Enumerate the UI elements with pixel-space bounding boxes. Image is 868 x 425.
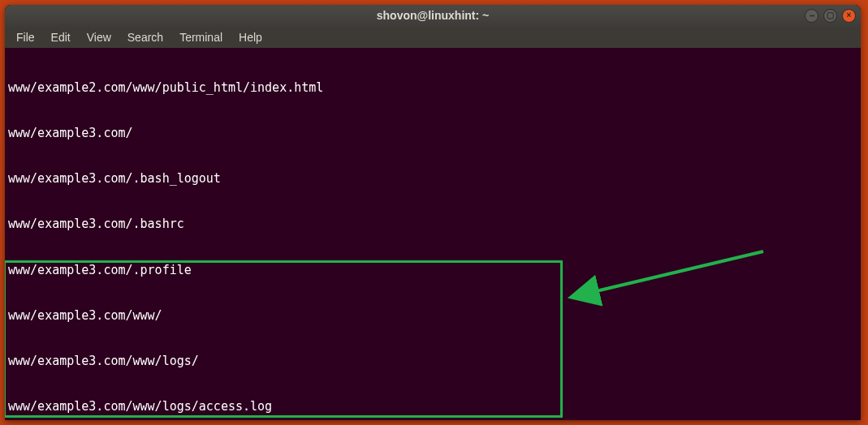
window-controls: ‒ ▢ × [805, 9, 856, 23]
menu-view[interactable]: View [80, 29, 118, 47]
menu-terminal[interactable]: Terminal [173, 29, 229, 47]
minimize-button[interactable]: ‒ [805, 9, 818, 23]
menubar: File Edit View Search Terminal Help [5, 28, 861, 48]
output-line: www/example3.com/ [8, 126, 857, 141]
output-line: www/example3.com/www/ [8, 308, 857, 324]
output-line: www/example2.com/www/public_html/index.h… [8, 80, 857, 96]
titlebar[interactable]: shovon@linuxhint: ~ ‒ ▢ × [5, 5, 861, 28]
highlight-annotation [5, 260, 563, 418]
close-button[interactable]: × [842, 9, 856, 23]
maximize-button[interactable]: ▢ [823, 9, 837, 23]
terminal-area[interactable]: www/example2.com/www/public_html/index.h… [5, 48, 861, 420]
menu-file[interactable]: File [10, 29, 41, 47]
output-line: www/example3.com/.bash_logout [8, 171, 857, 187]
menu-help[interactable]: Help [232, 29, 269, 47]
output-line: www/example3.com/www/logs/ [8, 354, 857, 369]
menu-edit[interactable]: Edit [45, 29, 77, 47]
output-line: www/example3.com/.bashrc [8, 217, 857, 232]
output-line: www/example3.com/www/logs/access.log [8, 399, 857, 414]
output-line: www/example3.com/.profile [8, 263, 857, 278]
terminal-window: shovon@linuxhint: ~ ‒ ▢ × File Edit View… [5, 5, 861, 420]
window-title: shovon@linuxhint: ~ [377, 9, 489, 24]
menu-search[interactable]: Search [121, 29, 170, 47]
